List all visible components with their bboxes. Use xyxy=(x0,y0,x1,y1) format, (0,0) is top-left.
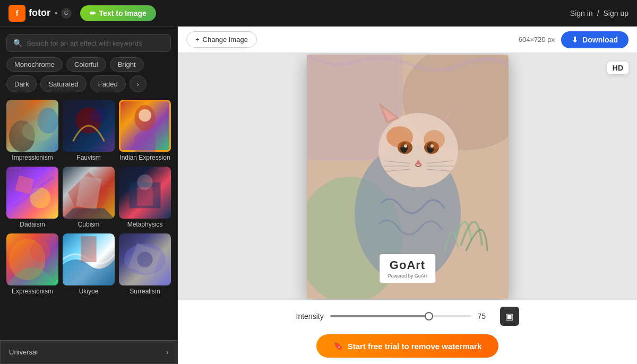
sign-in-link[interactable]: Sign in xyxy=(570,9,593,18)
tag-bright[interactable]: Bright xyxy=(110,57,144,72)
art-label-metaphysics: Metaphysics xyxy=(119,221,171,229)
art-grid: Impressionism Fauvism xyxy=(0,98,177,340)
image-size-label: 604×720 px xyxy=(519,36,555,44)
universal-label: Universal xyxy=(9,348,38,356)
watermark-label: Start free trial to remove watermark xyxy=(348,342,482,351)
sign-up-link[interactable]: Sign up xyxy=(604,9,629,18)
svg-point-45 xyxy=(424,130,445,149)
svg-rect-13 xyxy=(137,187,152,205)
canvas-image: GoArt Powered by GoArt xyxy=(307,55,509,299)
svg-point-4 xyxy=(91,108,107,123)
auth-divider: / xyxy=(597,9,599,18)
canvas-image-wrap: GoArt Powered by GoArt HD xyxy=(178,53,637,300)
text-to-image-icon: ✏ xyxy=(90,9,96,18)
art-thumb-surrealism xyxy=(119,233,171,285)
goart-title: GoArt xyxy=(388,258,427,272)
change-image-button[interactable]: + Change Image xyxy=(186,31,257,48)
text-to-image-label: Text to Image xyxy=(99,9,147,18)
header-auth: Sign in / Sign up xyxy=(570,9,629,18)
tag-saturated[interactable]: Saturated xyxy=(40,75,86,92)
svg-point-8 xyxy=(30,187,50,208)
svg-marker-11 xyxy=(63,208,115,219)
art-label-impressionism: Impressionism xyxy=(6,154,58,162)
art-thumb-metaphysics xyxy=(119,167,171,219)
goart-watermark: GoArt Powered by GoArt xyxy=(380,254,436,283)
svg-rect-7 xyxy=(15,175,34,194)
change-image-icon: + xyxy=(195,36,200,44)
universal-icon: › xyxy=(166,348,168,356)
tag-faded[interactable]: Faded xyxy=(90,75,126,92)
art-item-cubism[interactable]: Cubism xyxy=(63,167,115,229)
art-thumb-fauvism xyxy=(63,100,115,152)
art-label-surrealism: Surrealism xyxy=(119,288,171,296)
download-label: Download xyxy=(582,36,618,44)
compare-button[interactable]: ▣ xyxy=(500,307,519,326)
logo-dot: • xyxy=(55,8,58,18)
search-input-wrap: 🔍 xyxy=(6,34,171,52)
svg-point-26 xyxy=(378,113,458,187)
svg-point-2 xyxy=(38,108,58,134)
text-to-image-button[interactable]: ✏ Text to Image xyxy=(80,5,156,21)
download-button[interactable]: ⬇ Download xyxy=(561,31,629,48)
goart-subtitle: Powered by GoArt xyxy=(388,273,427,279)
intensity-label: Intensity xyxy=(296,312,324,320)
art-item-fauvism[interactable]: Fauvism xyxy=(63,100,115,162)
watermark-icon: 🔖 xyxy=(333,341,343,351)
art-thumb-impressionism xyxy=(6,100,58,152)
art-thumb-dadaism xyxy=(6,167,58,219)
header: f fotor • G ✏ Text to Image Sign in / Si… xyxy=(0,0,637,27)
intensity-value: 75 xyxy=(478,312,494,320)
art-thumb-ukiyoe xyxy=(63,233,115,285)
logo-text: fotor xyxy=(29,7,50,19)
svg-point-14 xyxy=(137,175,152,190)
art-item-surrealism[interactable]: Surrealism xyxy=(119,233,171,296)
hd-badge[interactable]: HD xyxy=(607,62,629,74)
svg-point-6 xyxy=(139,109,151,122)
intensity-thumb xyxy=(425,312,433,320)
intensity-row: Intensity 75 ▣ xyxy=(296,307,519,326)
art-row-1: Impressionism Fauvism xyxy=(6,100,171,162)
bottom-controls: Intensity 75 ▣ 🔖 Start free trial to rem… xyxy=(178,300,637,364)
art-item-expressionism[interactable]: Expressionism xyxy=(6,233,58,296)
art-label-indian: Indian Expression xyxy=(119,154,171,162)
more-tags-button[interactable]: › xyxy=(130,75,147,92)
search-box: 🔍 xyxy=(0,27,177,57)
logo: f fotor • G xyxy=(8,5,72,22)
download-icon: ⬇ xyxy=(572,36,578,44)
tag-monochrome[interactable]: Monochrome xyxy=(6,57,63,72)
art-item-ukiyoe[interactable]: Ukiyoe xyxy=(63,233,115,296)
art-row-2: Dadaism Cubism xyxy=(6,167,171,229)
art-label-dadaism: Dadaism xyxy=(6,221,58,229)
art-thumb-expressionism xyxy=(6,233,58,285)
svg-point-20 xyxy=(137,252,152,267)
art-item-dadaism[interactable]: Dadaism xyxy=(6,167,58,229)
universal-button[interactable]: Universal › xyxy=(0,340,177,364)
compare-icon: ▣ xyxy=(505,311,513,322)
art-thumb-cubism xyxy=(63,167,115,219)
change-image-label: Change Image xyxy=(203,36,248,44)
search-input[interactable] xyxy=(27,39,164,47)
main-layout: 🔍 Monochrome Colorful Bright Dark Satura… xyxy=(0,27,637,364)
svg-rect-17 xyxy=(81,236,96,262)
intensity-slider[interactable] xyxy=(330,315,471,317)
intensity-fill xyxy=(330,315,429,317)
art-row-3: Expressionism Ukiyoe xyxy=(6,233,171,296)
sidebar: 🔍 Monochrome Colorful Bright Dark Satura… xyxy=(0,27,178,364)
art-item-metaphysics[interactable]: Metaphysics xyxy=(119,167,171,229)
tag-colorful[interactable]: Colorful xyxy=(66,57,106,72)
filter-tags: Monochrome Colorful Bright Dark Saturate… xyxy=(0,57,177,98)
ai-badge: G xyxy=(61,8,72,19)
tag-dark[interactable]: Dark xyxy=(6,75,37,92)
art-label-fauvism: Fauvism xyxy=(63,154,115,162)
cat-art: GoArt Powered by GoArt xyxy=(307,55,509,299)
watermark-button[interactable]: 🔖 Start free trial to remove watermark xyxy=(316,334,499,358)
art-item-indian[interactable]: Indian Expression xyxy=(119,100,171,162)
cat-background: GoArt Powered by GoArt xyxy=(307,55,509,299)
svg-point-16 xyxy=(30,241,50,262)
canvas-area: + Change Image 604×720 px ⬇ Download xyxy=(178,27,637,364)
art-item-impressionism[interactable]: Impressionism xyxy=(6,100,58,162)
canvas-toolbar: + Change Image 604×720 px ⬇ Download xyxy=(178,27,637,53)
art-label-expressionism: Expressionism xyxy=(6,288,58,296)
art-label-cubism: Cubism xyxy=(63,221,115,229)
svg-point-44 xyxy=(386,126,413,148)
